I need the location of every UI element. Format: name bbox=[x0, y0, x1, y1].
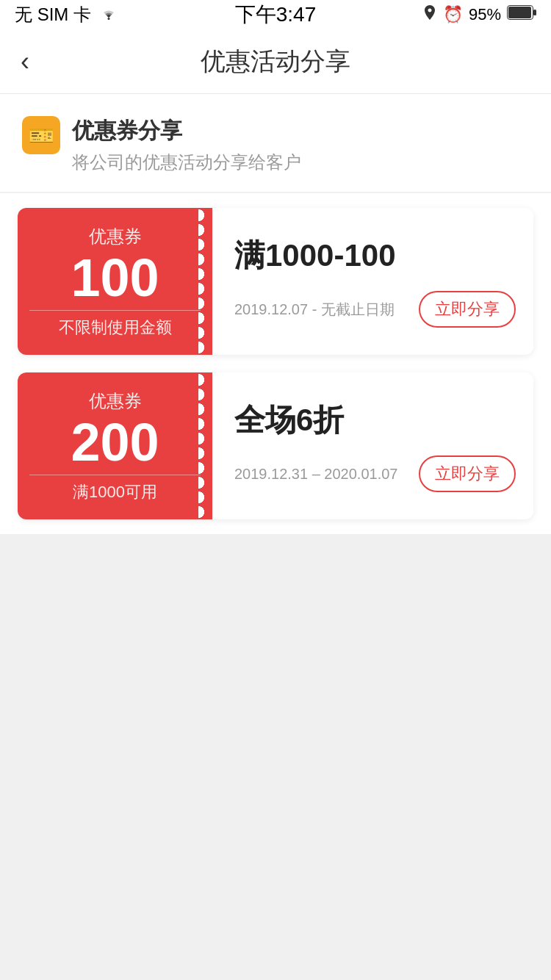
section-subtitle: 将公司的优惠活动分享给客户 bbox=[72, 151, 301, 174]
coupon-list: 优惠券 100 不限制使用金额 满1000-100 2019.12.07 - 无… bbox=[0, 193, 551, 534]
coupon-right: 满1000-100 2019.12.07 - 无截止日期 立即分享 bbox=[212, 208, 533, 355]
share-button[interactable]: 立即分享 bbox=[419, 455, 516, 492]
coupon-date: 2019.12.07 - 无截止日期 bbox=[234, 300, 395, 320]
location-icon bbox=[422, 4, 437, 25]
battery-text: 95% bbox=[469, 5, 501, 24]
coupon-condition: 满1000可用 bbox=[73, 481, 157, 503]
coupon-divider bbox=[29, 310, 201, 311]
section-header: 🎫 优惠券分享 将公司的优惠活动分享给客户 bbox=[0, 94, 551, 192]
svg-rect-3 bbox=[508, 7, 531, 18]
status-right: ⏰ 95% bbox=[422, 4, 536, 25]
bottom-area bbox=[0, 534, 551, 975]
section-text: 优惠券分享 将公司的优惠活动分享给客户 bbox=[72, 116, 301, 174]
nav-bar: ‹ 优惠活动分享 bbox=[0, 29, 551, 94]
alarm-icon: ⏰ bbox=[443, 5, 463, 24]
coupon-name: 全场6折 bbox=[234, 400, 516, 441]
section-title: 优惠券分享 bbox=[72, 116, 301, 146]
coupon-amount: 200 bbox=[71, 416, 159, 469]
svg-rect-2 bbox=[533, 10, 536, 15]
coupon-meta: 2019.12.31 – 2020.01.07 立即分享 bbox=[234, 455, 516, 492]
coupon-card: 优惠券 200 满1000可用 全场6折 2019.12.31 – 2020.0… bbox=[18, 372, 533, 519]
status-time: 下午3:47 bbox=[235, 1, 317, 29]
section-icon: 🎫 bbox=[22, 116, 60, 154]
coupon-meta: 2019.12.07 - 无截止日期 立即分享 bbox=[234, 291, 516, 328]
status-bar: 无 SIM 卡 下午3:47 ⏰ 95% bbox=[0, 0, 551, 29]
coupon-condition: 不限制使用金额 bbox=[59, 317, 172, 339]
coupon-label: 优惠券 bbox=[89, 389, 142, 413]
coupon-left: 优惠券 100 不限制使用金额 bbox=[18, 208, 212, 355]
wifi-icon bbox=[98, 4, 119, 25]
coupon-right: 全场6折 2019.12.31 – 2020.01.07 立即分享 bbox=[212, 372, 533, 519]
carrier-text: 无 SIM 卡 bbox=[15, 3, 91, 26]
coupon-amount: 100 bbox=[71, 251, 159, 304]
svg-point-0 bbox=[108, 18, 110, 20]
coupon-date: 2019.12.31 – 2020.01.07 bbox=[234, 466, 397, 483]
coupon-card: 优惠券 100 不限制使用金额 满1000-100 2019.12.07 - 无… bbox=[18, 208, 533, 355]
coupon-name: 满1000-100 bbox=[234, 235, 516, 276]
coupon-label: 优惠券 bbox=[89, 225, 142, 248]
back-button[interactable]: ‹ bbox=[21, 46, 29, 77]
share-button[interactable]: 立即分享 bbox=[419, 291, 516, 328]
status-left: 无 SIM 卡 bbox=[15, 3, 119, 26]
battery-icon bbox=[507, 5, 536, 24]
coupon-divider bbox=[29, 475, 201, 475]
page-title: 优惠活动分享 bbox=[201, 45, 350, 79]
coupon-left: 优惠券 200 满1000可用 bbox=[18, 372, 212, 519]
